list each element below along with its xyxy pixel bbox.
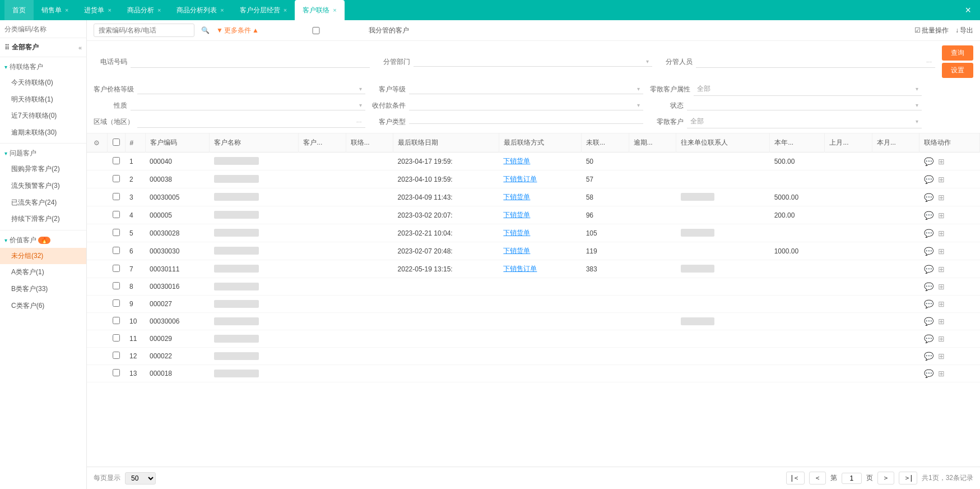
row-check[interactable] (107, 260, 125, 278)
chat-icon[interactable]: 💬 (924, 282, 933, 291)
prev-page-button[interactable]: ＜ (809, 472, 826, 485)
col-code[interactable]: 客户编码 (145, 133, 210, 153)
grid-action-icon[interactable]: ⊞ (938, 211, 945, 220)
chat-icon[interactable]: 💬 (924, 247, 933, 256)
customer-type-select[interactable] (409, 120, 644, 124)
payment-select[interactable]: ▾ (409, 100, 644, 110)
search-input[interactable] (94, 24, 194, 37)
row-check[interactable] (107, 170, 125, 188)
row-last-method[interactable] (499, 330, 581, 348)
col-overdue[interactable]: 逾期... (629, 133, 676, 153)
col-this-year[interactable]: 本年... (770, 133, 825, 153)
col-name[interactable]: 客户名称 (210, 133, 299, 153)
export-button[interactable]: ↓ 导出 (955, 26, 973, 35)
row-checkbox[interactable] (113, 157, 120, 164)
chat-icon[interactable]: 💬 (924, 317, 933, 326)
grid-action-icon[interactable]: ⊞ (938, 193, 945, 202)
grid-action-icon[interactable]: ⊞ (938, 175, 945, 184)
sidebar-group-problem[interactable]: ▾ 问题客户 (0, 146, 86, 161)
chat-icon[interactable]: 💬 (924, 299, 933, 308)
row-last-method[interactable]: 下销货单 (499, 153, 581, 170)
sidebar-item-today-pending[interactable]: 今天待联络(0) (0, 75, 86, 91)
contact-method-link[interactable]: 下销货单 (503, 193, 530, 201)
chat-icon[interactable]: 💬 (924, 229, 933, 238)
nature-select[interactable]: ▾ (131, 100, 365, 110)
row-check[interactable] (107, 348, 125, 365)
select-all-checkbox[interactable] (113, 139, 120, 146)
row-checkbox[interactable] (113, 193, 120, 200)
table-settings-icon[interactable]: ⚙ (94, 139, 100, 147)
sidebar-item-class-c[interactable]: C类客户(6) (0, 298, 86, 315)
contact-method-link[interactable]: 下销售订单 (503, 175, 537, 183)
chat-icon[interactable]: 💬 (924, 369, 933, 378)
row-last-method[interactable] (499, 348, 581, 365)
next-page-button[interactable]: ＞ (877, 472, 894, 485)
more-conditions-button[interactable]: ▼ 更多条件 ▲ (216, 26, 259, 35)
batch-op-button[interactable]: ☑ 批量操作 (914, 26, 949, 35)
row-checkbox[interactable] (113, 299, 120, 307)
sidebar-collapse-icon[interactable]: « (78, 44, 82, 51)
nav-goods-analysis[interactable]: 商品分析 × (119, 0, 169, 20)
grid-action-icon[interactable]: ⊞ (938, 157, 945, 166)
sidebar-item-tomorrow-pending[interactable]: 明天待联络(1) (0, 91, 86, 108)
price-level-select[interactable]: ▾ (137, 84, 365, 94)
chat-icon[interactable]: 💬 (924, 352, 933, 361)
col-unit-contact[interactable]: 往来单位联系人 (676, 133, 770, 153)
chat-icon[interactable]: 💬 (924, 157, 933, 166)
sidebar-item-warning[interactable]: 流失预警客户(3) (0, 178, 86, 195)
row-last-method[interactable] (499, 365, 581, 382)
col-last-date[interactable]: 最后联络日期 (393, 133, 499, 153)
row-checkbox[interactable] (113, 265, 120, 272)
row-last-method[interactable]: 下销货单 (499, 224, 581, 242)
nav-sales[interactable]: 销售单 × (34, 0, 76, 20)
contact-method-link[interactable]: 下销售订单 (503, 265, 537, 273)
row-checkbox[interactable] (113, 369, 120, 376)
chat-icon[interactable]: 💬 (924, 175, 933, 184)
nav-home[interactable]: 首页 (4, 0, 34, 20)
row-checkbox[interactable] (113, 282, 120, 289)
chat-icon[interactable]: 💬 (924, 193, 933, 202)
col-not-contacted[interactable]: 未联... (582, 133, 629, 153)
nav-goods-analysis-list-close[interactable]: × (220, 7, 224, 13)
row-check[interactable] (107, 330, 125, 348)
first-page-button[interactable]: |＜ (786, 472, 805, 485)
nav-sales-close[interactable]: × (65, 7, 68, 13)
per-page-select[interactable]: 50 20 100 (125, 472, 156, 485)
status-select[interactable]: ▾ (687, 100, 922, 110)
reset-button[interactable]: 设置 (942, 63, 973, 78)
my-customers-checkbox[interactable] (266, 27, 366, 34)
row-checkbox[interactable] (113, 334, 120, 342)
grid-action-icon[interactable]: ⊞ (938, 369, 945, 378)
row-check[interactable] (107, 206, 125, 224)
col-contact[interactable]: 联络... (346, 133, 393, 153)
close-all-button[interactable]: × (960, 4, 976, 16)
last-page-button[interactable]: ＞| (899, 472, 917, 485)
row-last-method[interactable] (499, 278, 581, 296)
row-check[interactable] (107, 153, 125, 170)
row-last-method[interactable]: 下销售订单 (499, 170, 581, 188)
region-dots-icon[interactable]: ··· (356, 118, 362, 126)
retail-attr-select[interactable]: 全部 ▾ (694, 82, 922, 96)
col-last-month[interactable]: 上月... (825, 133, 872, 153)
row-check[interactable] (107, 296, 125, 313)
region-select[interactable]: ··· (137, 116, 365, 128)
col-last-method[interactable]: 最后联络方式 (499, 133, 581, 153)
col-type[interactable]: 客户... (299, 133, 346, 153)
nav-goods-analysis-list[interactable]: 商品分析列表 × (169, 0, 231, 20)
page-number-input[interactable] (842, 473, 862, 484)
row-checkbox[interactable] (113, 352, 120, 359)
row-check[interactable] (107, 242, 125, 260)
grid-action-icon[interactable]: ⊞ (938, 265, 945, 274)
contact-method-link[interactable]: 下销货单 (503, 247, 530, 255)
row-checkbox[interactable] (113, 175, 120, 182)
sidebar-item-class-a[interactable]: A类客户(1) (0, 264, 86, 281)
grid-action-icon[interactable]: ⊞ (938, 352, 945, 361)
row-last-method[interactable] (499, 313, 581, 330)
my-customers-checkbox-label[interactable]: 我分管的客户 (266, 26, 409, 35)
grid-action-icon[interactable]: ⊞ (938, 229, 945, 238)
sidebar-search-input[interactable] (4, 25, 87, 33)
sidebar-item-lost[interactable]: 已流失客户(24) (0, 195, 86, 211)
phone-input[interactable] (131, 56, 370, 68)
nav-purchase[interactable]: 进货单 × (76, 0, 119, 20)
row-last-method[interactable] (499, 296, 581, 313)
